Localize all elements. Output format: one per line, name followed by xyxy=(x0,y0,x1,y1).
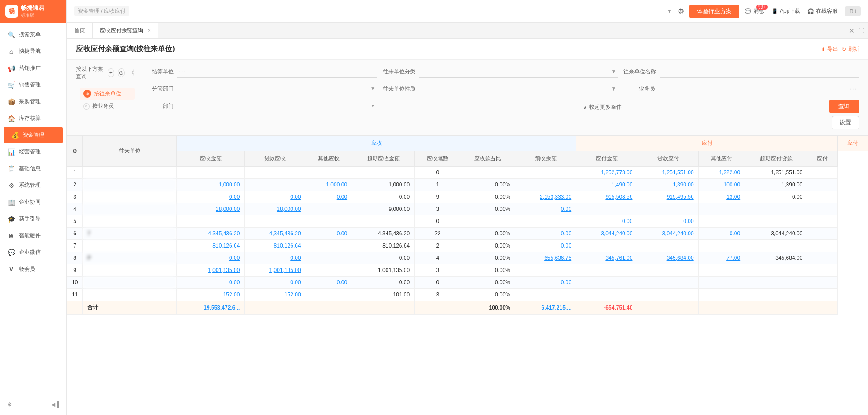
payable-amount-cell[interactable] xyxy=(576,240,637,252)
loan-receivable-cell[interactable] xyxy=(245,179,306,191)
loan-receivable-cell[interactable]: 4,345,436.20 xyxy=(245,228,306,240)
unit-nature-input[interactable]: ▼ xyxy=(419,82,618,95)
filter-config-button[interactable]: ⊙ xyxy=(118,68,125,77)
payable-amount-cell[interactable] xyxy=(576,203,637,215)
sidebar-item-wechat[interactable]: 💬 企业微信 xyxy=(0,244,66,261)
tab-close-icon[interactable]: × xyxy=(148,28,151,33)
tab-fullscreen-icon[interactable]: ⛶ xyxy=(858,27,864,34)
other-payable-cell[interactable]: 100.00 xyxy=(698,179,745,191)
sidebar-item-inventory[interactable]: 🏠 库存核算 xyxy=(0,110,66,127)
filter-option-by-employee[interactable]: ○ 按业务员 xyxy=(80,100,135,112)
other-payable-cell[interactable] xyxy=(698,203,745,215)
receivable-amount-cell[interactable]: 152.00 xyxy=(177,289,245,301)
loan-payable-cell[interactable]: 345,684.00 xyxy=(637,252,698,264)
user-avatar[interactable]: Rit xyxy=(845,8,861,14)
other-payable-cell[interactable]: 77.00 xyxy=(698,252,745,264)
refresh-button[interactable]: ↻ 刷新 xyxy=(842,45,859,53)
topbar-dropdown-icon[interactable]: ▼ xyxy=(667,8,672,14)
loan-receivable-cell[interactable]: 0.00 xyxy=(245,277,306,289)
other-receivable-cell[interactable] xyxy=(306,289,352,301)
payable-amount-cell[interactable] xyxy=(576,264,637,277)
loan-receivable-cell[interactable]: 1,001,135.00 xyxy=(245,264,306,277)
sidebar-item-enterprise[interactable]: 🏢 企业协同 xyxy=(0,194,66,210)
other-receivable-cell[interactable] xyxy=(306,167,352,179)
filter-collapse-button[interactable]: 《 xyxy=(128,69,135,77)
other-payable-cell[interactable] xyxy=(698,277,745,289)
payable-amount-cell[interactable]: 1,252,773.00 xyxy=(576,167,637,179)
advance-balance-cell[interactable] xyxy=(515,264,576,277)
advance-balance-cell[interactable]: 0.00 xyxy=(515,203,576,215)
settings-button[interactable]: 设置 xyxy=(832,116,859,129)
sidebar-item-quicknav[interactable]: ⌂ 快捷导航 xyxy=(0,43,66,60)
loan-payable-cell[interactable] xyxy=(637,289,698,301)
receivable-amount-cell[interactable]: 18,000.00 xyxy=(177,203,245,215)
loan-payable-cell[interactable] xyxy=(637,240,698,252)
loan-payable-cell[interactable]: 0.00 xyxy=(637,215,698,228)
sidebar-item-smart[interactable]: 🖥 智能硬件 xyxy=(0,227,66,244)
other-receivable-cell[interactable] xyxy=(306,240,352,252)
advance-balance-cell[interactable] xyxy=(515,179,576,191)
loan-payable-cell[interactable]: 915,495.56 xyxy=(637,191,698,203)
sidebar-item-system[interactable]: ⚙ 系统管理 xyxy=(0,177,66,194)
receivable-amount-cell[interactable]: 0.00 xyxy=(177,277,245,289)
other-receivable-cell[interactable] xyxy=(306,203,352,215)
receivable-amount-cell[interactable] xyxy=(177,215,245,228)
other-receivable-cell[interactable]: 1,000.00 xyxy=(306,179,352,191)
receivable-amount-cell[interactable]: 1,000.00 xyxy=(177,179,245,191)
sidebar-item-beginner[interactable]: 🎓 新手引导 xyxy=(0,210,66,227)
sidebar-item-operations[interactable]: 📊 经营管理 xyxy=(0,143,66,160)
message-badge[interactable]: 💬 消息 99+ xyxy=(745,7,764,15)
filter-option-by-unit[interactable]: ⊕ 按往来单位 xyxy=(80,88,135,100)
loan-payable-cell[interactable] xyxy=(637,277,698,289)
other-payable-cell[interactable] xyxy=(698,289,745,301)
receivable-amount-cell[interactable]: 0.00 xyxy=(177,252,245,264)
filter-add-button[interactable]: + xyxy=(108,68,114,77)
other-receivable-cell[interactable] xyxy=(306,252,352,264)
payable-amount-cell[interactable] xyxy=(576,277,637,289)
advance-balance-cell[interactable] xyxy=(515,167,576,179)
solution-button[interactable]: 体验行业方案 xyxy=(689,5,739,18)
receivable-amount-cell[interactable]: 0.00 xyxy=(177,191,245,203)
topbar-gear-icon[interactable]: ⚙ xyxy=(678,7,684,15)
other-receivable-cell[interactable]: 0.00 xyxy=(306,228,352,240)
loan-receivable-cell[interactable]: 0.00 xyxy=(245,191,306,203)
payable-amount-cell[interactable]: 0.00 xyxy=(576,215,637,228)
salesperson-input[interactable]: ··· xyxy=(659,82,859,95)
sidebar-item-basic[interactable]: 📋 基础信息 xyxy=(0,160,66,177)
app-download[interactable]: 📱 App下载 xyxy=(771,7,800,15)
advance-balance-cell[interactable] xyxy=(515,215,576,228)
other-receivable-cell[interactable] xyxy=(306,264,352,277)
advance-balance-cell[interactable]: 0.00 xyxy=(515,228,576,240)
tab-query[interactable]: 应收应付余额查询 × xyxy=(93,23,158,38)
other-payable-cell[interactable] xyxy=(698,215,745,228)
sidebar-item-marketing[interactable]: 📢 营销推广 xyxy=(0,60,66,76)
loan-payable-cell[interactable]: 1,390.00 xyxy=(637,179,698,191)
loan-receivable-cell[interactable] xyxy=(245,167,306,179)
advance-balance-cell[interactable] xyxy=(515,289,576,301)
sidebar-item-member[interactable]: V 畅会员 xyxy=(0,261,66,277)
payable-amount-cell[interactable]: 345,761.00 xyxy=(576,252,637,264)
advance-balance-cell[interactable]: 655,636.75 xyxy=(515,252,576,264)
other-receivable-cell[interactable]: 0.00 xyxy=(306,191,352,203)
sidebar-item-purchase[interactable]: 📦 采购管理 xyxy=(0,93,66,110)
other-payable-cell[interactable] xyxy=(698,240,745,252)
other-payable-cell[interactable]: 13.00 xyxy=(698,191,745,203)
loan-payable-cell[interactable]: 3,044,240.00 xyxy=(637,228,698,240)
manage-dept-input[interactable]: ▼ xyxy=(177,82,377,95)
receivable-amount-cell[interactable]: 810,126.64 xyxy=(177,240,245,252)
payable-amount-cell[interactable] xyxy=(576,289,637,301)
other-payable-cell[interactable]: 1,222.00 xyxy=(698,167,745,179)
loan-receivable-cell[interactable]: 0.00 xyxy=(245,252,306,264)
loan-receivable-cell[interactable]: 810,126.64 xyxy=(245,240,306,252)
sidebar-collapse-icon[interactable]: ◀▐ xyxy=(51,401,59,408)
sidebar-settings-icon[interactable]: ⚙ xyxy=(7,401,12,408)
loan-receivable-cell[interactable]: 152.00 xyxy=(245,289,306,301)
advance-balance-cell[interactable]: 0.00 xyxy=(515,240,576,252)
other-receivable-cell[interactable]: 0.00 xyxy=(306,277,352,289)
payable-amount-cell[interactable]: 1,490.00 xyxy=(576,179,637,191)
sidebar-item-search[interactable]: 🔍 搜索菜单 xyxy=(0,26,66,43)
unit-category-input[interactable]: ▼ xyxy=(419,65,618,78)
collapse-more-button[interactable]: ∧ 收起更多条件 xyxy=(583,100,622,114)
loan-payable-cell[interactable] xyxy=(637,264,698,277)
payable-amount-cell[interactable]: 3,044,240.00 xyxy=(576,228,637,240)
